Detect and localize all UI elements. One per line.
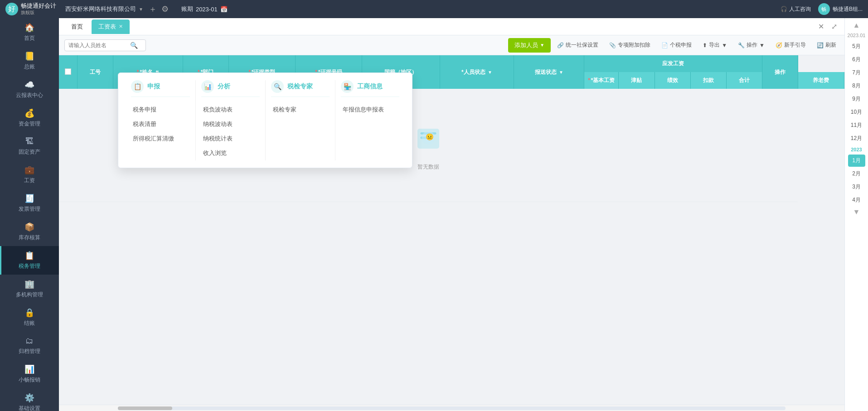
refresh-btn[interactable]: 🔄 刷新 — [814, 39, 839, 51]
panel-month-7[interactable]: 7月 — [848, 67, 865, 79]
sidebar-item-invoice[interactable]: 🧾 发票管理 — [0, 189, 59, 218]
tab-salary-table[interactable]: 工资表 ✕ — [92, 19, 130, 34]
header-checkbox[interactable] — [65, 68, 71, 75]
main-layout: 🏠 首页 📒 总账 ☁️ 云报表中心 💰 资金管理 🏗 固定资产 💼 工资 🧾 … — [0, 18, 868, 411]
horizontal-scrollbar[interactable] — [59, 405, 844, 411]
cloud-icon: ☁️ — [24, 80, 34, 90]
th-pension: 养老费 — [798, 72, 844, 89]
main-content: 首页 工资表 ✕ ✕ ⤢ 🔍 添加人员 ▼ 🔗 — [59, 18, 844, 411]
tab-salary-label: 工资表 — [98, 23, 116, 31]
user-menu[interactable]: 畅 畅捷通B组... — [818, 3, 863, 15]
sidebar-item-basic[interactable]: ⚙️ 基础设置 — [0, 388, 59, 411]
menu-tax-burden[interactable]: 税负波动表 — [201, 102, 260, 117]
menu-tax-wave[interactable]: 纳税波动表 — [201, 117, 260, 131]
panel-month-9[interactable]: 9月 — [848, 93, 865, 105]
menu-tax-sheet[interactable]: 税表清册 — [131, 117, 190, 131]
menu-income-browse[interactable]: 收入浏览 — [201, 146, 260, 160]
panel-month-3[interactable]: 3月 — [848, 181, 865, 193]
guide-toolbar-icon: 🧭 — [776, 42, 782, 48]
sidebar-item-report[interactable]: 📊 小畅报销 — [0, 360, 59, 388]
export-label: 导出 — [709, 41, 720, 49]
assets-icon: 🏗 — [25, 137, 34, 146]
th-status[interactable]: *人员状态 ▼ — [440, 55, 514, 89]
scroll-thumb[interactable] — [118, 406, 172, 410]
menu-tax-expert[interactable]: 税检专家 — [271, 102, 330, 117]
sidebar-label-basic: 基础设置 — [19, 405, 40, 411]
sidebar-item-tax[interactable]: 📋 税务管理 — [0, 246, 59, 275]
panel-month-10[interactable]: 10月 — [848, 106, 865, 118]
menu-income-calc[interactable]: 所得税汇算清缴 — [131, 131, 190, 146]
status-filter-icon[interactable]: ▼ — [488, 70, 492, 75]
business-title: 工商信息 — [357, 82, 383, 91]
panel-month-1[interactable]: 1月 — [848, 155, 865, 167]
tab-controls: ✕ ⤢ — [816, 22, 839, 31]
th-base-salary: *基本工资 — [584, 72, 619, 89]
menu-tax-stat[interactable]: 纳税统计表 — [201, 131, 260, 146]
th-deduction: 扣款 — [690, 72, 726, 89]
sidebar-item-multi[interactable]: 🏢 多机构管理 — [0, 275, 59, 303]
th-check[interactable] — [59, 55, 77, 89]
th-num: 工号 — [77, 55, 113, 89]
right-panel: ▲ 2023.01 5月 6月 7月 8月 9月 10月 11月 12月 202… — [844, 18, 868, 411]
panel-month-8[interactable]: 8月 — [848, 80, 865, 92]
add-person-button[interactable]: 添加人员 ▼ — [508, 38, 551, 53]
settings-icon[interactable]: ⚙ — [161, 4, 169, 14]
guide-btn[interactable]: 🧭 新手引导 — [773, 39, 809, 51]
search-box: 🔍 — [64, 39, 146, 51]
sidebar-item-ledger[interactable]: 📒 总账 — [0, 47, 59, 75]
sidebar-label-invoice: 发票管理 — [19, 205, 40, 213]
operate-btn[interactable]: 🔧 操作 ▼ — [735, 39, 767, 51]
period-display: 账期 2023-01 📅 — [181, 5, 228, 13]
menu-annual-report[interactable]: 年报信息申报表 — [341, 102, 399, 117]
sidebar-item-assets[interactable]: 🏗 固定资产 — [0, 132, 59, 160]
sidebar-item-close[interactable]: 🔒 结账 — [0, 303, 59, 332]
panel-month-12[interactable]: 12月 — [848, 132, 865, 145]
export-icon: ⬆ — [703, 42, 707, 48]
panel-month-4[interactable]: 4月 — [848, 194, 865, 206]
help-btn[interactable]: 🎧 人工咨询 — [781, 5, 811, 13]
export-arrow-icon: ▼ — [722, 42, 727, 48]
tax-report-btn[interactable]: 📄 个税申报 — [659, 39, 694, 51]
report-filter-icon[interactable]: ▼ — [559, 70, 563, 75]
calendar-icon[interactable]: 📅 — [220, 6, 228, 13]
panel-month-6[interactable]: 6月 — [848, 53, 865, 66]
company-selector[interactable]: 西安虾米网络科技有限公司 ▼ — [65, 5, 143, 13]
sidebar-item-home[interactable]: 🏠 首页 — [0, 18, 59, 47]
panel-month-2[interactable]: 2月 — [848, 168, 865, 180]
panel-prev-btn[interactable]: ▲ — [849, 20, 864, 31]
empty-text: 暂无数据 — [417, 163, 439, 171]
operate-icon: 🔧 — [738, 42, 745, 48]
menu-tax-declare[interactable]: 税务申报 — [131, 102, 190, 117]
social-insurance-btn[interactable]: 🔗 统一社保设置 — [554, 39, 601, 51]
restore-window-icon[interactable]: ⤢ — [829, 22, 839, 31]
avatar: 畅 — [818, 3, 830, 15]
company-name: 西安虾米网络科技有限公司 — [65, 5, 136, 13]
tab-home[interactable]: 首页 — [64, 19, 90, 34]
th-report-status[interactable]: 报送状态 ▼ — [514, 55, 584, 89]
tax-icon: 📋 — [24, 251, 34, 261]
period-value: 2023-01 — [196, 6, 218, 13]
tab-close-icon[interactable]: ✕ — [119, 24, 123, 29]
refresh-icon: 🔄 — [817, 42, 824, 48]
sidebar-item-inventory[interactable]: 📦 库存核算 — [0, 218, 59, 246]
salary-icon: 💼 — [24, 165, 34, 175]
panel-month-5[interactable]: 5月 — [848, 40, 865, 53]
app-logo: 好 畅捷通好会计 旗舰版 — [5, 2, 56, 16]
special-deduction-btn[interactable]: 📎 专项附加扣除 — [606, 39, 653, 51]
panel-month-11[interactable]: 11月 — [848, 119, 865, 131]
panel-next-btn[interactable]: ▼ — [849, 207, 864, 218]
tax-menu-dropdown: 📋 申报 税务申报 税表清册 所得税汇算清缴 📊 分析 税负波动表 纳税波动表 … — [118, 73, 412, 168]
export-btn[interactable]: ⬆ 导出 ▼ — [700, 39, 730, 51]
declaration-title: 申报 — [147, 82, 160, 91]
sidebar-item-salary[interactable]: 💼 工资 — [0, 160, 59, 189]
business-section-icon: 🏪 — [341, 80, 354, 93]
help-label: 人工咨询 — [789, 5, 811, 13]
close-window-icon[interactable]: ✕ — [816, 22, 826, 31]
dropdown-section-analysis: 📊 分析 税负波动表 纳税波动表 纳税统计表 收入浏览 — [195, 80, 265, 160]
search-input[interactable] — [68, 42, 127, 48]
add-company-icon[interactable]: ＋ — [149, 4, 157, 15]
topbar: 好 畅捷通好会计 旗舰版 西安虾米网络科技有限公司 ▼ ＋ ⚙ 账期 2023-… — [0, 0, 868, 18]
sidebar-item-cloud[interactable]: ☁️ 云报表中心 — [0, 75, 59, 104]
sidebar-item-archive[interactable]: 🗂 归档管理 — [0, 332, 59, 360]
sidebar-item-fund[interactable]: 💰 资金管理 — [0, 104, 59, 132]
